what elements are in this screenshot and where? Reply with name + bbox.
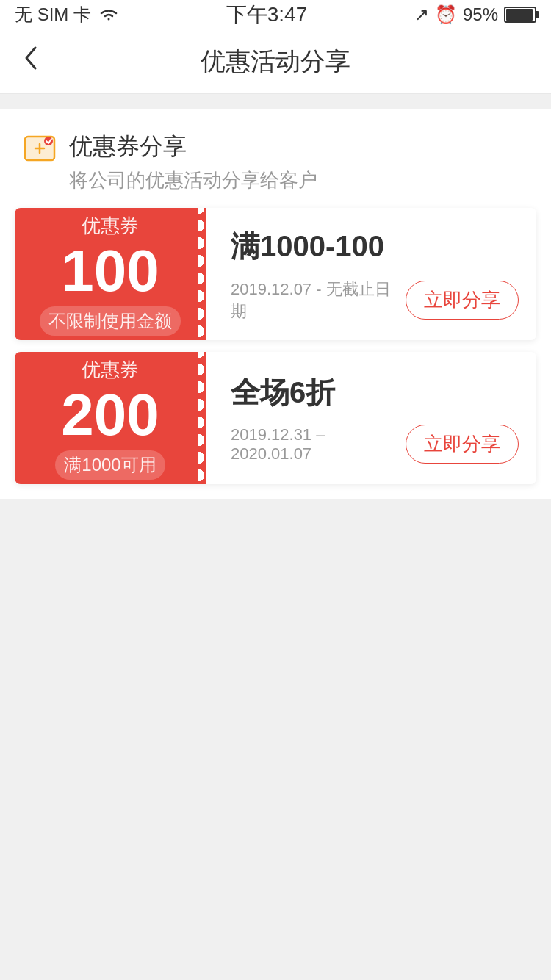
section-gap-top — [0, 94, 551, 109]
coupon-right-1: 满1000-100 2019.12.07 - 无截止日期 立即分享 — [206, 208, 536, 340]
share-button-2[interactable]: 立即分享 — [406, 425, 519, 464]
location-icon: ↗ — [414, 4, 429, 25]
alarm-icon: ⏰ — [435, 4, 457, 25]
coupon-date-2: 2019.12.31 – 2020.01.07 — [231, 425, 406, 464]
status-bar: 无 SIM 卡 下午3:47 ↗ ⏰ 95% — [0, 0, 551, 29]
coupon-list: 优惠券 100 不限制使用金额 满1000-100 2019.12.07 - 无… — [0, 208, 551, 499]
coupon-name-2: 全场6折 — [231, 372, 519, 413]
coupon-condition-1: 不限制使用金额 — [40, 306, 181, 336]
status-time: 下午3:47 — [226, 1, 308, 29]
coupon-name-1: 满1000-100 — [231, 226, 519, 267]
battery-text: 95% — [463, 4, 498, 25]
coupon-amount-1: 100 — [61, 242, 159, 300]
coupon-card-2: 优惠券 200 满1000可用 全场6折 2019.12.31 – 2020.0… — [15, 352, 536, 484]
coupon-label-1: 优惠券 — [82, 213, 139, 239]
section-text: 优惠券分享 将公司的优惠活动分享给客户 — [69, 131, 317, 193]
coupon-label-2: 优惠券 — [82, 357, 139, 383]
battery-icon — [504, 7, 536, 23]
status-right: ↗ ⏰ 95% — [414, 4, 536, 25]
coupon-share-icon — [22, 131, 57, 166]
section-title: 优惠券分享 — [69, 131, 317, 163]
wifi-icon — [98, 7, 119, 22]
share-button-1[interactable]: 立即分享 — [406, 281, 519, 320]
coupon-right-2: 全场6折 2019.12.31 – 2020.01.07 立即分享 — [206, 352, 536, 484]
back-button[interactable] — [22, 43, 40, 79]
status-left: 无 SIM 卡 — [15, 3, 119, 26]
coupon-card-1: 优惠券 100 不限制使用金额 满1000-100 2019.12.07 - 无… — [15, 208, 536, 340]
coupon-date-1: 2019.12.07 - 无截止日期 — [231, 278, 406, 323]
coupon-amount-2: 200 — [61, 386, 159, 444]
nav-bar: 优惠活动分享 — [0, 29, 551, 94]
svg-point-2 — [44, 137, 53, 145]
carrier-text: 无 SIM 卡 — [15, 3, 91, 26]
page-title: 优惠活动分享 — [201, 45, 350, 79]
coupon-left-1: 优惠券 100 不限制使用金额 — [15, 208, 206, 340]
section-subtitle: 将公司的优惠活动分享给客户 — [69, 167, 317, 193]
coupon-condition-2: 满1000可用 — [55, 450, 165, 480]
section-header: 优惠券分享 将公司的优惠活动分享给客户 — [0, 109, 551, 208]
coupon-left-2: 优惠券 200 满1000可用 — [15, 352, 206, 484]
coupon-footer-2: 2019.12.31 – 2020.01.07 立即分享 — [231, 425, 519, 464]
coupon-footer-1: 2019.12.07 - 无截止日期 立即分享 — [231, 278, 519, 323]
